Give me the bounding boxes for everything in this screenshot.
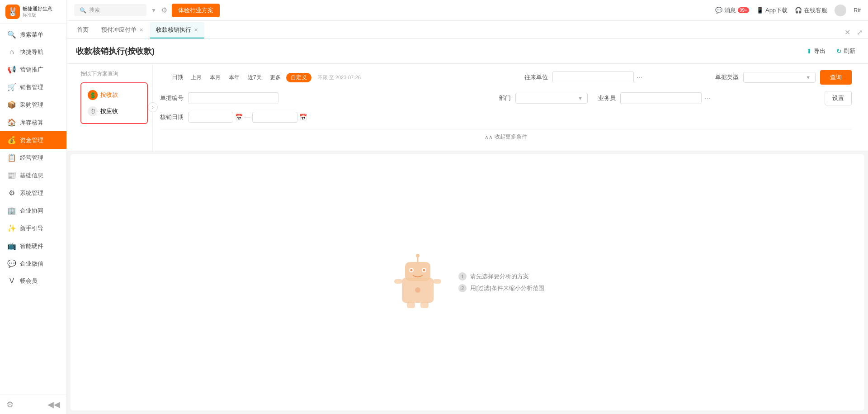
staff-more-icon[interactable]: ··· (704, 94, 710, 102)
sidebar-item-marketing[interactable]: 📢 营销推广 (0, 61, 66, 78)
filter-by-receivable[interactable]: ⏱ 按应收 (84, 103, 144, 119)
tab-receipt-writeoff-close[interactable]: ✕ (194, 27, 198, 33)
sidebar-item-quick-nav[interactable]: ⌂ 快捷导航 (0, 43, 66, 61)
dept-select[interactable]: ▼ (515, 93, 588, 104)
svg-point-4 (410, 269, 413, 271)
date-btn-prev-month[interactable]: 上月 (188, 72, 204, 83)
staff-input[interactable] (620, 92, 702, 104)
page-title: 收款核销执行(按收款) (76, 46, 155, 63)
writeoff-start-cal-icon[interactable]: 📅 (235, 114, 243, 121)
sidebar-item-system[interactable]: ⚙ 系统管理 (0, 184, 66, 202)
tab-prepay-close[interactable]: ✕ (139, 27, 143, 33)
filter-main: 日期 上月 本月 本年 近7天 更多 自定义 不限 至 2023-07-26 (153, 64, 859, 151)
settings-gear-icon[interactable]: ⚙ (161, 6, 167, 14)
empty-state: 1 请先选择要分析的方案 2 用[过滤]条件来缩小分析范围 (71, 154, 864, 410)
svg-rect-8 (394, 279, 402, 284)
close-tab-icon[interactable]: ✕ (843, 26, 852, 38)
sidebar-item-basic-info[interactable]: 📰 基础信息 (0, 167, 66, 184)
partner-input[interactable] (552, 71, 634, 83)
app-version: 标准版 (23, 12, 52, 18)
date-btn-last7[interactable]: 近7天 (245, 72, 264, 83)
nav-label-basic-info: 基础信息 (20, 171, 43, 180)
search-box[interactable]: 🔍 搜索 (74, 4, 146, 16)
svg-point-7 (416, 254, 420, 257)
tab-receipt-writeoff-label: 收款核销执行 (156, 26, 191, 34)
svg-point-12 (415, 287, 420, 293)
sidebar: 🐰 畅捷通好生意 标准版 🔍 搜索菜单 ⌂ 快捷导航 📢 营销推广 🛒 销售管理… (0, 0, 67, 414)
filter-row-3: 核销日期 2023-03-01 📅 — 2023-07-21 📅 (160, 112, 852, 123)
nav-icon-basic-info: 📰 (7, 171, 16, 180)
tab-bar: 首页 预付冲应付单 ✕ 收款核销执行 ✕ ✕ ⤢ (67, 21, 868, 39)
sidebar-item-hardware[interactable]: 📺 智能硬件 (0, 237, 66, 255)
sidebar-item-guide[interactable]: ✨ 新手引导 (0, 219, 66, 237)
nav-label-member: 畅会员 (20, 277, 38, 285)
writeoff-end-cal-icon[interactable]: 📅 (299, 114, 307, 121)
dept-arrow-icon: ▼ (578, 95, 583, 101)
tab-prepay[interactable]: 预付冲应付单 ✕ (95, 22, 150, 38)
sidebar-nav: 🔍 搜索菜单 ⌂ 快捷导航 📢 营销推广 🛒 销售管理 📦 采购管理 🏠 库存核… (0, 24, 66, 395)
tip-text-1: 请先选择要分析的方案 (470, 272, 529, 281)
refresh-btn[interactable]: ↻ 刷新 (833, 45, 859, 57)
sidebar-item-sales[interactable]: 🛒 销售管理 (0, 78, 66, 96)
expand-tab-icon[interactable]: ⤢ (855, 26, 864, 38)
nav-icon-quick-nav: ⌂ (7, 48, 16, 56)
sidebar-item-inventory[interactable]: 🏠 库存核算 (0, 114, 66, 131)
sidebar-item-enterprise[interactable]: 🏢 企业协同 (0, 202, 66, 219)
svg-rect-11 (420, 302, 429, 308)
nav-label-operation: 经营管理 (20, 154, 43, 162)
sidebar-bottom: ⚙ ◀◀ (0, 395, 66, 414)
search-chevron-icon[interactable]: ▼ (151, 7, 156, 14)
sidebar-item-purchase[interactable]: 📦 采购管理 (0, 96, 66, 114)
date-btn-this-year[interactable]: 本年 (226, 72, 242, 83)
collapse-more-label: 收起更多条件 (495, 133, 527, 141)
topbar-left: 🔍 搜索 ▼ ⚙ 体验行业方案 (74, 4, 220, 17)
partner-more-icon[interactable]: ··· (637, 73, 642, 81)
svg-rect-1 (405, 262, 430, 281)
setting-btn[interactable]: 设置 (825, 91, 852, 105)
nav-icon-enterprise: 🏢 (7, 206, 16, 215)
bill-no-input[interactable] (188, 92, 278, 104)
collapse-sidebar-icon[interactable]: ◀◀ (47, 400, 60, 409)
nav-label-marketing: 营销推广 (20, 66, 43, 74)
app-download-btn[interactable]: 📱 App下载 (756, 6, 788, 14)
tab-home[interactable]: 首页 (71, 22, 95, 38)
sidebar-item-member[interactable]: V 畅会员 (0, 272, 66, 290)
main-area: 🔍 搜索 ▼ ⚙ 体验行业方案 💬 消息 99+ 📱 App下载 🎧 在线客服 … (67, 0, 868, 414)
industry-btn[interactable]: 体验行业方案 (172, 4, 220, 17)
export-icon: ⬆ (807, 48, 812, 55)
filter-by-receipt[interactable]: 💲 按收款 (84, 87, 144, 103)
online-service-btn[interactable]: 🎧 在线客服 (795, 6, 827, 14)
topbar: 🔍 搜索 ▼ ⚙ 体验行业方案 💬 消息 99+ 📱 App下载 🎧 在线客服 … (67, 0, 868, 21)
sidebar-item-wechat[interactable]: 💬 企业微信 (0, 255, 66, 272)
empty-robot-icon (391, 253, 445, 312)
svg-rect-9 (433, 279, 441, 284)
bill-type-select[interactable]: ▼ (743, 72, 816, 83)
tip-num-2: 2 (458, 284, 467, 292)
message-btn[interactable]: 💬 消息 99+ (715, 6, 749, 14)
sidebar-item-search[interactable]: 🔍 搜索菜单 (0, 26, 66, 43)
nav-label-finance: 资金管理 (20, 136, 43, 144)
writeoff-date-label: 核销日期 (160, 113, 184, 121)
nav-icon-search: 🔍 (7, 30, 16, 39)
date-btn-more[interactable]: 更多 (267, 72, 283, 83)
filter-sidebar-collapse-btn[interactable]: › (148, 102, 158, 112)
nav-icon-finance: 💰 (7, 136, 16, 144)
sidebar-item-finance[interactable]: 💰 资金管理 (0, 131, 66, 149)
collapse-more-btn[interactable]: ∧∧ 收起更多条件 (160, 129, 852, 144)
tab-receipt-writeoff[interactable]: 收款核销执行 ✕ (150, 22, 204, 38)
sidebar-item-operation[interactable]: 📋 经营管理 (0, 149, 66, 167)
nav-icon-wechat: 💬 (7, 259, 16, 268)
by-receipt-icon: 💲 (88, 90, 98, 100)
app-name: 畅捷通好生意 (23, 5, 52, 12)
settings-icon[interactable]: ⚙ (6, 400, 14, 409)
user-avatar[interactable] (835, 5, 846, 16)
filter-row-2: 单据编号 部门 ▼ 业务员 ··· 设置 (160, 91, 852, 105)
robot-container: 1 请先选择要分析的方案 2 用[过滤]条件来缩小分析范围 (391, 253, 544, 312)
export-btn[interactable]: ⬆ 导出 (803, 45, 829, 57)
writeoff-end-input[interactable]: 2023-07-21 (252, 112, 297, 123)
query-btn[interactable]: 查询 (820, 70, 852, 85)
date-btn-this-month[interactable]: 本月 (207, 72, 223, 83)
writeoff-start-input[interactable]: 2023-03-01 (188, 112, 233, 123)
date-btn-custom[interactable]: 自定义 (286, 73, 311, 82)
tabbar-right: ✕ ⤢ (843, 26, 864, 38)
